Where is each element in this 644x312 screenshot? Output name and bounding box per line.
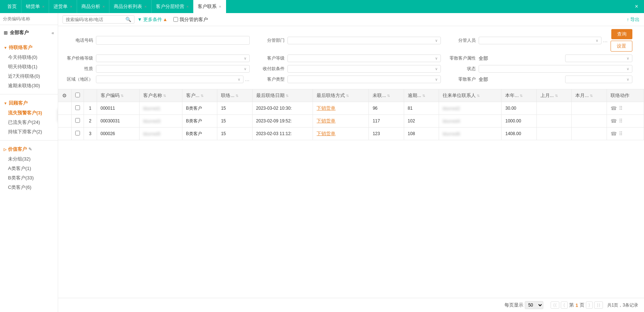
my-customers-checkbox[interactable]	[173, 17, 178, 22]
contact-icon[interactable]: ☎	[611, 118, 617, 124]
dept-select[interactable]: ∨	[287, 37, 441, 44]
sidebar-item-churn-warning[interactable]: 流失预警客户(3)	[0, 108, 58, 118]
tab-product-analysis[interactable]: 商品分析 ×	[77, 0, 109, 13]
last-contact-method-column-header[interactable]: 最后联络方式 ⇅	[313, 89, 369, 102]
phone-input[interactable]	[96, 36, 250, 45]
more-action-icon[interactable]: ⠿	[619, 131, 623, 137]
region-more-icon[interactable]: …	[245, 77, 250, 82]
nature-select[interactable]: ∨	[96, 65, 250, 73]
code-column-header[interactable]: 客户编码 ⇅	[97, 89, 140, 102]
customer-level-select[interactable]: ∨	[287, 54, 441, 62]
row-name: blurred5	[140, 127, 182, 140]
settings-column-header[interactable]: ⚙	[58, 89, 71, 102]
contact-icon[interactable]: ☎	[611, 131, 617, 137]
tab-customer-contact[interactable]: 客户联系 ×	[193, 0, 226, 13]
last-month-column-header[interactable]: 上月... ⇅	[536, 89, 571, 102]
close-icon[interactable]: ×	[102, 4, 105, 9]
close-icon[interactable]: ×	[186, 4, 189, 9]
more-action-icon[interactable]: ⠿	[619, 118, 623, 124]
select-all-checkbox[interactable]	[75, 93, 80, 97]
type-column-header[interactable]: 客户... ⇅	[182, 89, 217, 102]
tab-product-analysis-list[interactable]: 商品分析列表 ×	[109, 0, 151, 13]
sidebar-item-class-a[interactable]: A类客户(1)	[0, 164, 58, 173]
prev-page-button[interactable]: ⟨	[561, 301, 568, 309]
close-icon[interactable]: ×	[144, 4, 146, 9]
next-page-button[interactable]: ⟩	[586, 301, 593, 309]
contacts-column-header[interactable]: 联络... ⇅	[217, 89, 252, 102]
row-this-year: 1000.00	[502, 115, 536, 127]
sidebar-item-class-b[interactable]: B类客户(33)	[0, 173, 58, 183]
sidebar-item-ungrouped[interactable]: 未分组(32)	[0, 154, 58, 164]
sidebar-search-input[interactable]	[3, 16, 57, 21]
unit-contact-column-header[interactable]: 往来单位联系人 ⇅	[439, 89, 502, 102]
last-contact-date-column-header[interactable]: 最后联络日期 ⇅	[252, 89, 313, 102]
action-column-header: 联络动作	[607, 89, 644, 102]
arrow-right-icon: ▷	[4, 147, 7, 151]
payment-select[interactable]: ∨	[287, 65, 441, 73]
sort-icon: ⇅	[201, 94, 204, 98]
this-year-column-header[interactable]: 本年... ⇅	[502, 89, 536, 102]
row-checkbox[interactable]	[75, 118, 80, 123]
this-month-column-header[interactable]: 本月... ⇅	[572, 89, 607, 102]
customer-type-select[interactable]: ∨	[287, 76, 441, 83]
row-last-month	[536, 102, 571, 115]
close-icon[interactable]: ×	[70, 4, 72, 9]
row-checkbox[interactable]	[75, 131, 80, 135]
more-conditions-button[interactable]: ▼ 更多条件 ▲	[137, 16, 168, 23]
sidebar-divider	[0, 94, 58, 94]
sidebar-group-title-pending[interactable]: ▼ 待联络客户	[0, 42, 58, 53]
sidebar-group-title-value[interactable]: ▷ 价值客户 ✎	[0, 144, 58, 154]
settings-button[interactable]: 设置	[611, 41, 632, 52]
more-options-icon[interactable]: …	[603, 38, 608, 43]
sidebar-item-declining[interactable]: 持续下滑客户(2)	[0, 127, 58, 137]
close-icon[interactable]: ×	[219, 4, 221, 9]
sidebar-item-7days[interactable]: 近7天待联络(0)	[0, 72, 58, 81]
row-this-month	[572, 102, 607, 115]
edit-icon[interactable]: ✎	[28, 147, 32, 152]
contact-icon[interactable]: ☎	[611, 105, 617, 111]
last-page-button[interactable]: ⟩⟩	[594, 301, 603, 309]
query-button[interactable]: 查询	[611, 29, 632, 39]
sidebar-item-today[interactable]: 今天待联络(0)	[0, 53, 58, 62]
tab-purchase[interactable]: 进货单 ×	[49, 0, 77, 13]
sidebar-item-tomorrow[interactable]: 明天待联络(1)	[0, 62, 58, 72]
chevron-down-icon: ∨	[435, 56, 438, 60]
tab-home[interactable]: 首页	[3, 0, 21, 13]
overdue-column-header[interactable]: 逾期... ⇅	[404, 89, 439, 102]
sidebar-item-overdue[interactable]: 逾期未联络(30)	[0, 81, 58, 90]
row-settings	[58, 127, 71, 140]
per-page-select[interactable]: 50 100 200	[525, 301, 543, 309]
sidebar-group-title-review[interactable]: ▼ 回顾客户	[0, 98, 58, 108]
manager-select[interactable]: ∨	[479, 37, 601, 44]
export-button[interactable]: ↑ 导出	[627, 16, 640, 23]
retail-attr-select[interactable]: ∨	[565, 54, 632, 62]
row-action: ☎ ⠿	[607, 102, 644, 115]
retail-select[interactable]: ∨	[565, 76, 632, 83]
sort-icon: ⇅	[422, 94, 425, 98]
not-contacted-column-header[interactable]: 未联... ⇅	[369, 89, 404, 102]
customer-level-label: 客户等级	[255, 55, 285, 61]
more-action-icon[interactable]: ⠿	[619, 105, 623, 111]
sort-icon: ⇅	[590, 94, 593, 98]
close-icon[interactable]: ×	[42, 4, 44, 9]
sidebar-item-churned[interactable]: 已流失客户(24)	[0, 118, 58, 127]
window-close-button[interactable]: ×	[632, 3, 641, 10]
first-page-button[interactable]: ⟨⟨	[551, 301, 559, 309]
region-select[interactable]: ∨	[96, 76, 243, 83]
tab-sales[interactable]: 销货单 ×	[21, 0, 49, 13]
chevron-left-icon: «	[52, 30, 54, 36]
price-level-select[interactable]: ∨	[96, 54, 250, 62]
filter-nature: 性质 ∨	[64, 65, 250, 73]
gear-icon[interactable]: ⚙	[62, 93, 67, 98]
current-page-number: 1	[575, 303, 578, 308]
sidebar-item-class-c[interactable]: C类客户(6)	[0, 183, 58, 192]
tab-customer-layer[interactable]: 客户分层经营 ×	[152, 0, 193, 13]
row-this-year: 1408.00	[502, 127, 536, 140]
row-checkbox[interactable]	[75, 105, 80, 110]
sidebar-all-customers[interactable]: ⊞ 全部客户 «	[0, 27, 58, 38]
filter-search-input[interactable]	[66, 17, 124, 22]
status-select[interactable]: ∨	[479, 65, 632, 73]
row-action: ☎ ⠿	[607, 115, 644, 127]
table-body: 1 000011 blurred1 B类客户 15 2023-03-02 10:…	[58, 102, 644, 140]
name-column-header[interactable]: 客户名称 ⇅	[140, 89, 182, 102]
